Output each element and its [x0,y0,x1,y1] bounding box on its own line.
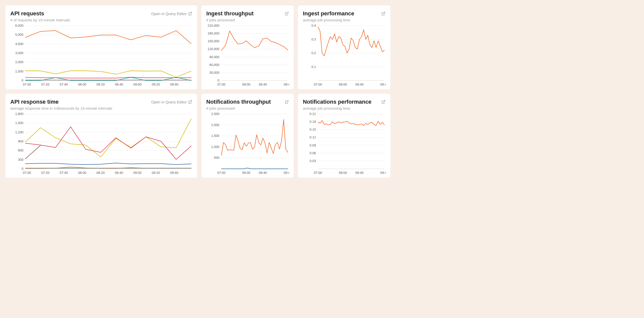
svg-text:09:40: 09:40 [170,83,179,86]
svg-line-47 [383,12,385,14]
svg-text:0.18: 0.18 [310,120,316,124]
chart-notifications-performance: 0.030.060.090.120.150.180.2107:0008:0008… [303,112,386,175]
chart-ingest-throughput: 030,00060,00090,000120,000150,000180,000… [206,24,289,87]
svg-text:180,000: 180,000 [208,31,219,35]
panel-notifications-performance: Notifications performance average job pr… [298,93,391,178]
open-query-editor-link[interactable] [285,100,289,104]
dashboard-grid: API requests Open in Query Editor # of r… [5,5,387,178]
svg-text:07:40: 07:40 [60,83,68,86]
panel-ingest-throughput: Ingest throughput # jobs processed 030,0… [201,5,294,90]
external-link-icon [285,12,289,16]
svg-line-25 [287,12,288,14]
open-query-editor-link[interactable] [285,12,289,16]
svg-text:1,500: 1,500 [211,134,219,138]
svg-text:08:20: 08:20 [97,171,105,175]
svg-text:1,800: 1,800 [15,112,23,116]
external-link-icon [381,100,385,104]
svg-text:2,000: 2,000 [211,123,219,127]
svg-text:08:40: 08:40 [115,83,123,86]
svg-text:4,000: 4,000 [15,42,23,46]
svg-text:09:20: 09:20 [152,171,160,175]
panel-title: API requests [10,10,44,17]
svg-text:07:40: 07:40 [60,171,68,175]
panel-notifications-throughput: Notifications throughput # jobs processe… [201,93,294,178]
svg-text:3,000: 3,000 [15,51,23,55]
external-link-icon [188,100,192,104]
chart-ingest-performance: 0.10.20.30.407:0008:0008:4009:40 [303,24,386,87]
svg-text:0.15: 0.15 [310,128,316,131]
svg-text:0.12: 0.12 [310,135,316,139]
svg-text:600: 600 [18,148,23,152]
svg-text:0.03: 0.03 [310,159,316,163]
svg-text:08:00: 08:00 [242,83,251,86]
panel-title: API response time [10,99,59,105]
svg-text:60,000: 60,000 [209,63,219,67]
svg-text:1,500: 1,500 [15,121,23,125]
panel-title: Notifications throughput [206,99,271,105]
svg-text:09:40: 09:40 [380,83,386,86]
panel-title: Notifications performance [303,99,372,105]
svg-line-87 [287,100,288,102]
svg-text:08:00: 08:00 [339,83,347,86]
external-link-icon [188,12,192,16]
svg-text:09:40: 09:40 [380,171,386,175]
svg-text:210,000: 210,000 [208,24,219,27]
panel-subtitle: average job processing time [303,106,385,110]
open-link-label: Open in Query Editor [151,12,187,16]
svg-line-62 [190,100,192,102]
open-query-editor-link[interactable]: Open in Query Editor [151,12,192,16]
open-query-editor-link[interactable]: Open in Query Editor [151,100,192,104]
svg-text:5,000: 5,000 [15,33,23,36]
svg-text:1,200: 1,200 [15,130,23,134]
svg-text:07:00: 07:00 [23,83,31,86]
svg-text:900: 900 [18,139,23,143]
svg-text:0.1: 0.1 [311,65,316,69]
svg-text:0.21: 0.21 [310,112,316,116]
svg-text:08:40: 08:40 [115,171,123,175]
svg-text:09:40: 09:40 [170,171,179,175]
svg-text:07:00: 07:00 [217,171,226,175]
svg-text:08:40: 08:40 [355,171,364,175]
open-link-label: Open in Query Editor [151,100,187,104]
panel-subtitle: # jobs processed [206,18,289,22]
svg-text:1,000: 1,000 [15,69,23,73]
external-link-icon [381,12,385,16]
open-query-editor-link[interactable] [381,12,385,16]
svg-text:09:00: 09:00 [133,171,142,175]
svg-text:0.06: 0.06 [310,151,316,155]
svg-text:08:00: 08:00 [339,171,347,175]
svg-text:300: 300 [18,158,23,162]
svg-text:09:40: 09:40 [284,171,289,175]
svg-text:0.2: 0.2 [311,51,316,55]
svg-text:120,000: 120,000 [208,47,219,51]
panel-subtitle: average job processing time [303,18,385,22]
svg-text:08:00: 08:00 [242,171,251,175]
svg-text:90,000: 90,000 [209,55,219,59]
svg-text:0: 0 [22,167,23,171]
svg-line-0 [190,12,192,14]
chart-notifications-throughput: 5001,0001,5002,0002,50007:0008:0008:4009… [206,112,289,175]
svg-text:07:00: 07:00 [314,171,322,175]
chart-api-response: 03006009001,2001,5001,80007:0007:2007:40… [10,112,193,175]
panel-api-requests: API requests Open in Query Editor # of r… [5,5,197,90]
svg-text:08:40: 08:40 [259,171,267,175]
svg-text:07:20: 07:20 [41,83,50,86]
chart-api-requests: 01,0002,0003,0004,0005,0006,00007:0007:2… [10,24,193,87]
svg-text:08:00: 08:00 [78,171,86,175]
svg-text:08:00: 08:00 [78,83,86,86]
svg-text:0: 0 [218,78,219,82]
svg-text:0.09: 0.09 [310,143,316,147]
panel-subtitle: average response time in milliseconds by… [10,106,192,110]
svg-text:09:40: 09:40 [284,83,289,86]
svg-text:07:00: 07:00 [314,83,322,86]
svg-text:150,000: 150,000 [208,39,219,43]
svg-text:0: 0 [22,78,23,82]
svg-text:08:40: 08:40 [259,83,267,86]
panel-subtitle: # of requests by 15-minute intervals [10,18,192,22]
panel-api-response: API response time Open in Query Editor a… [5,93,197,178]
svg-text:09:20: 09:20 [152,83,160,86]
panel-title: Ingest performance [303,10,354,17]
open-query-editor-link[interactable] [381,100,385,104]
svg-text:07:00: 07:00 [23,171,31,175]
svg-text:6,000: 6,000 [15,24,23,27]
